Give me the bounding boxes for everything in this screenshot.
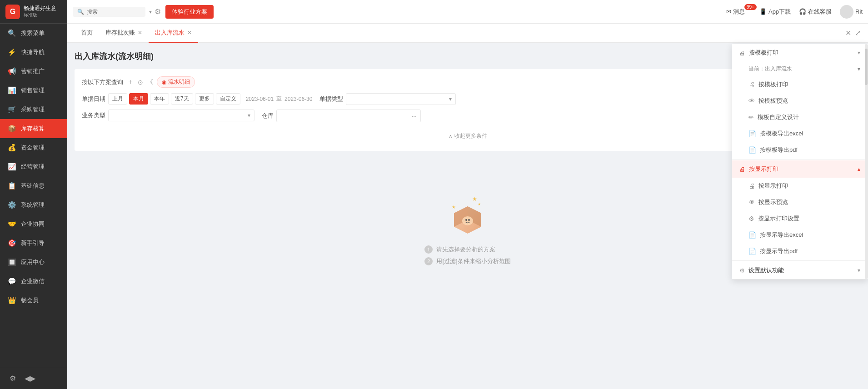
date-btn-7days[interactable]: 近7天: [171, 93, 193, 105]
tabs-bar: 首页 库存批次账 ✕ 出入库流水 ✕ ✕ ⤢: [67, 24, 868, 43]
display-print-settings-item[interactable]: ⚙ 按显示打印设置: [732, 210, 868, 227]
default-func-arrow: ▾: [858, 267, 860, 274]
sidebar-item-purchase[interactable]: 🛒 采购管理: [0, 100, 67, 119]
template-export-excel-icon: 📄: [748, 130, 756, 137]
sidebar-item-appcenter[interactable]: 🔲 应用中心: [0, 253, 67, 272]
date-btn-more[interactable]: 更多: [195, 93, 214, 105]
app-logo-icon: G: [5, 5, 20, 19]
topbar-gear-icon[interactable]: ⚙: [155, 7, 161, 16]
template-export-pdf-item[interactable]: 📄 按模板导出pdf: [732, 142, 868, 158]
filter-active-tag[interactable]: ◉ 流水明细: [157, 76, 195, 88]
date-btn-this-month[interactable]: 本月: [129, 93, 148, 105]
sidebar-item-marketing[interactable]: 📢 营销推广: [0, 62, 67, 81]
app-name-block: 畅捷通好生意 标准版: [24, 5, 56, 19]
date-range-separator: 至: [276, 95, 282, 103]
dropdown-scroll-indicator: [865, 44, 868, 279]
sidebar-item-inventory[interactable]: 📦 库存核算: [0, 119, 67, 138]
display-export-pdf-label: 按显示导出pdf: [760, 247, 798, 255]
headset-icon: 🎧: [799, 8, 806, 15]
sidebar-item-sales[interactable]: 📊 销售管理: [0, 81, 67, 100]
user-name: Rit: [855, 8, 863, 15]
filter-collapse-icon[interactable]: 《: [147, 78, 153, 86]
date-label: 单据日期: [82, 95, 105, 103]
sidebar-collapse-icon[interactable]: ◀▶: [25, 373, 35, 384]
chevron-up-icon: ∧: [449, 133, 453, 140]
topbar-customer-service[interactable]: 🎧 在线客服: [799, 8, 832, 16]
tab-home[interactable]: 首页: [75, 24, 99, 43]
topbar-search-input[interactable]: [87, 9, 137, 15]
topbar-right: ✉ 消息 99+ 📱 App下载 🎧 在线客服 Rit: [726, 5, 863, 19]
display-export-excel-label: 按显示导出excel: [760, 231, 803, 239]
svg-text:★: ★: [472, 196, 477, 202]
template-export-excel-item[interactable]: 📄 按模板导出excel: [732, 125, 868, 142]
tab-batch[interactable]: 库存批次账 ✕: [99, 24, 149, 43]
sidebar-item-collab[interactable]: 🤝 企业协同: [0, 214, 67, 234]
template-print-section-icon: 🖨: [739, 50, 745, 56]
current-label-text: 当前：出入库流水: [748, 65, 792, 73]
step1-number: 1: [424, 245, 433, 254]
display-export-excel-item[interactable]: 📄 按显示导出excel: [732, 227, 868, 243]
sidebar-settings-icon[interactable]: ⚙: [7, 373, 18, 384]
display-print-settings-icon: ⚙: [748, 215, 754, 222]
sidebar-item-guide[interactable]: 🎯 新手引导: [0, 234, 67, 253]
bill-type-select[interactable]: ▾: [346, 93, 456, 105]
sidebar-item-purchase-label: 采购管理: [21, 105, 45, 114]
display-export-pdf-item[interactable]: 📄 按显示导出pdf: [732, 243, 868, 259]
tab-batch-close[interactable]: ✕: [138, 30, 142, 36]
date-btn-custom[interactable]: 自定义: [216, 93, 240, 105]
svg-text:★: ★: [478, 202, 481, 206]
messages-badge: 99+: [744, 4, 757, 10]
template-preview-item[interactable]: 👁 按模板预览: [732, 93, 868, 109]
sidebar-item-appcenter-label: 应用中心: [21, 258, 45, 266]
template-preview-label: 按模板预览: [758, 97, 788, 105]
display-export-excel-icon: 📄: [748, 231, 756, 239]
step2-number: 2: [424, 257, 433, 265]
template-custom-item[interactable]: ✏ 模板自定义设计: [732, 109, 868, 125]
business-type-select[interactable]: ▾: [108, 110, 254, 121]
sidebar: G 畅捷通好生意 标准版 🔍 搜索菜单 ⚡ 快捷导航 📢 营销推广 📊 销售管理…: [0, 0, 67, 389]
template-preview-icon: 👁: [748, 97, 755, 105]
tab-batch-label: 库存批次账: [105, 29, 135, 37]
sidebar-item-vip[interactable]: 👑 畅会员: [0, 291, 67, 310]
tab-close-all-button[interactable]: ✕: [845, 29, 851, 37]
tab-expand-button[interactable]: ⤢: [855, 29, 861, 37]
filter-section-label: 按以下方案查询: [82, 78, 123, 86]
topbar-search-box[interactable]: 🔍: [73, 7, 145, 17]
sidebar-item-shortcut[interactable]: ⚡ 快捷导航: [0, 43, 67, 62]
warehouse-filter-group: 仓库 ···: [262, 110, 421, 122]
warehouse-label: 仓库: [262, 112, 274, 120]
topbar-messages[interactable]: ✉ 消息 99+: [726, 8, 751, 16]
topbar-user[interactable]: Rit: [840, 5, 863, 19]
sidebar-item-finance[interactable]: 💰 资金管理: [0, 138, 67, 157]
topbar-search-icon: 🔍: [77, 9, 84, 15]
warehouse-select[interactable]: ···: [276, 110, 421, 122]
template-print-item[interactable]: 🖨 按模板打印: [732, 76, 868, 93]
date-btn-this-year[interactable]: 本年: [150, 93, 169, 105]
display-print-item[interactable]: 🖨 按显示打印: [732, 178, 868, 194]
template-print-section-header[interactable]: 🖨 按模板打印 ▾: [732, 44, 868, 61]
filter-add-icon[interactable]: ＋: [127, 77, 134, 87]
basic-icon: 📋: [7, 181, 16, 190]
empty-step-2: 2 用[过滤]条件来缩小分析范围: [424, 257, 510, 265]
template-print-section-label: 按模板打印: [749, 49, 778, 57]
sidebar-item-wechat[interactable]: 💬 企业微信: [0, 272, 67, 291]
warehouse-more-icon[interactable]: ···: [411, 112, 417, 120]
topbar-app-download[interactable]: 📱 App下载: [759, 8, 791, 16]
template-print-arrow: ▾: [858, 50, 860, 56]
date-filter-group: 单据日期 上月 本月 本年 近7天 更多 自定义 2023-06-01 至 20…: [82, 93, 312, 105]
default-func-section-header[interactable]: ⚙ 设置默认功能 ▾: [732, 262, 868, 279]
date-btn-last-month[interactable]: 上月: [108, 93, 127, 105]
topbar-search-dropdown-icon[interactable]: ▾: [149, 9, 152, 15]
current-template-label: 当前：出入库流水 ▾: [732, 61, 868, 76]
sidebar-item-search[interactable]: 🔍 搜索菜单: [0, 24, 67, 43]
sidebar-item-basic[interactable]: 📋 基础信息: [0, 176, 67, 195]
display-preview-item[interactable]: 👁 按显示预览: [732, 194, 868, 210]
tab-flow[interactable]: 出入库流水 ✕: [149, 24, 198, 43]
sidebar-item-operations[interactable]: 📈 经营管理: [0, 157, 67, 176]
explore-industry-button[interactable]: 体验行业方案: [165, 5, 214, 19]
tab-flow-close[interactable]: ✕: [187, 30, 192, 36]
svg-point-4: [465, 219, 467, 221]
sidebar-item-system[interactable]: ⚙️ 系统管理: [0, 195, 67, 214]
display-print-section-header[interactable]: 🖨 按显示打印 ▴: [732, 160, 868, 178]
filter-settings-icon[interactable]: ⊙: [138, 79, 143, 86]
